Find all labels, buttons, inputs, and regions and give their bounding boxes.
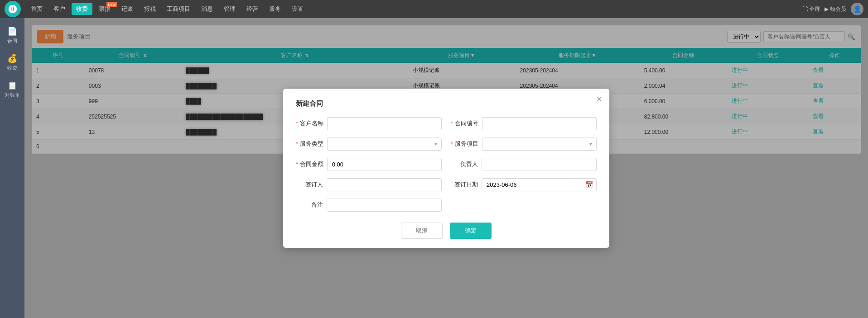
confirm-button[interactable]: 确定 [450, 223, 492, 239]
nav-items: 首页 客户 收费 票据 new 记账 报税 工商项目 消息 管理 经营 服务 设… [26, 3, 802, 15]
form-group-sign-date: 签订日期 📅 [451, 178, 597, 191]
form-group-remarks: 备注 [296, 199, 442, 212]
sidebar-label-billing: 收费 [7, 65, 17, 71]
label-contract-amount: 合同金额 [296, 160, 323, 168]
modal-overlay: 新建合同 ✕ 客户名称 合同编号 服务类型 [24, 18, 868, 318]
content-area: 新增 服务项目 进行中 已完成 已终止 🔍 序号 合同编 [24, 18, 868, 318]
nav-invoice[interactable]: 收费 [72, 3, 92, 15]
vip-button[interactable]: ▶ 畅会员 [825, 5, 846, 13]
form-row-5: 备注 [296, 199, 597, 212]
modal-footer: 取消 确定 [296, 223, 597, 239]
sidebar-label-contract: 合同 [7, 38, 17, 44]
input-remarks[interactable] [327, 199, 442, 212]
label-responsible: 负责人 [451, 160, 478, 168]
nav-right: ⛶ 全屏 ▶ 畅会员 👤 [802, 3, 863, 15]
label-signer: 签订人 [296, 180, 323, 189]
label-customer-name: 客户名称 [296, 119, 323, 128]
form-group-signer: 签订人 [296, 178, 442, 191]
form-group-customer-name: 客户名称 [296, 117, 442, 130]
contract-icon: 📄 [7, 26, 17, 36]
form-group-service-item: 服务项目 [451, 138, 597, 151]
form-group-contract-code: 合同编号 [451, 117, 597, 130]
nav-service[interactable]: 服务 [265, 3, 285, 15]
nav-business[interactable]: 工商项目 [162, 3, 195, 15]
select-service-type[interactable] [327, 138, 442, 151]
app-logo [5, 1, 21, 17]
sidebar-item-statement[interactable]: 📋 对账单 [0, 77, 24, 102]
nav-record[interactable]: 记账 [117, 3, 138, 15]
calendar-icon[interactable]: 📅 [585, 181, 593, 188]
input-contract-amount[interactable] [327, 158, 442, 171]
nav-home[interactable]: 首页 [26, 3, 47, 15]
form-row-4: 签订人 签订日期 📅 [296, 178, 597, 191]
nav-ticket[interactable]: 票据 new [94, 3, 115, 15]
input-responsible[interactable] [482, 158, 597, 171]
input-sign-date[interactable] [482, 178, 597, 191]
nav-customer[interactable]: 客户 [49, 3, 70, 15]
statement-icon: 📋 [7, 81, 17, 90]
new-badge: new [106, 2, 117, 7]
label-sign-date: 签订日期 [451, 180, 478, 189]
input-customer-name[interactable] [327, 117, 442, 130]
select-service-item[interactable] [482, 138, 597, 151]
form-group-responsible: 负责人 [451, 158, 597, 171]
label-service-item: 服务项目 [451, 140, 478, 148]
top-nav: 首页 客户 收费 票据 new 记账 报税 工商项目 消息 管理 经营 服务 设… [0, 0, 868, 18]
form-row-3: 合同金额 负责人 [296, 158, 597, 171]
label-remarks: 备注 [296, 201, 323, 209]
sidebar-item-contract[interactable]: 📄 合同 [0, 23, 24, 48]
form-row-2: 服务类型 服务项目 [296, 138, 597, 151]
input-contract-code[interactable] [482, 117, 597, 130]
sidebar-item-billing[interactable]: 💰 收费 [0, 50, 24, 75]
cancel-button[interactable]: 取消 [401, 223, 443, 239]
form-group-contract-amount: 合同金额 [296, 158, 442, 171]
new-contract-modal: 新建合同 ✕ 客户名称 合同编号 服务类型 [283, 89, 609, 248]
nav-settings[interactable]: 设置 [287, 3, 308, 15]
sidebar: 📄 合同 💰 收费 📋 对账单 [0, 18, 24, 318]
fullscreen-button[interactable]: ⛶ 全屏 [802, 5, 820, 13]
billing-icon: 💰 [7, 53, 17, 63]
form-row-1: 客户名称 合同编号 [296, 117, 597, 130]
nav-operation[interactable]: 经营 [242, 3, 263, 15]
nav-manage[interactable]: 管理 [219, 3, 240, 15]
modal-title: 新建合同 [296, 100, 597, 108]
modal-close-button[interactable]: ✕ [596, 95, 602, 104]
form-group-service-type: 服务类型 [296, 138, 442, 151]
nav-message[interactable]: 消息 [197, 3, 217, 15]
input-signer[interactable] [327, 178, 442, 191]
sidebar-label-statement: 对账单 [5, 92, 20, 99]
label-contract-code: 合同编号 [451, 119, 478, 128]
avatar[interactable]: 👤 [851, 3, 863, 15]
label-service-type: 服务类型 [296, 140, 323, 148]
nav-tax[interactable]: 报税 [140, 3, 160, 15]
main-layout: 📄 合同 💰 收费 📋 对账单 新增 服务项目 进行中 已完成 已终止 [0, 18, 868, 318]
